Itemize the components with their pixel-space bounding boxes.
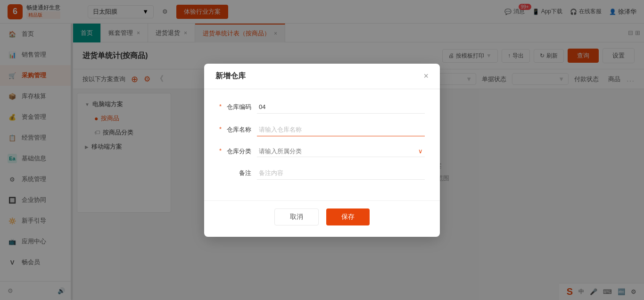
remark-label: 备注 (219, 169, 257, 177)
cancel-button[interactable]: 取消 (274, 208, 319, 225)
code-input[interactable] (257, 100, 425, 114)
category-label: 仓库分类 (219, 147, 257, 156)
remark-input[interactable] (257, 167, 425, 180)
name-input[interactable] (257, 123, 425, 136)
category-input[interactable] (259, 148, 418, 155)
category-select[interactable]: ∨ (257, 146, 425, 157)
form-row-code: 仓库编码 (219, 100, 425, 114)
code-label: 仓库编码 (219, 103, 257, 111)
save-button[interactable]: 保存 (326, 208, 370, 225)
modal-footer: 取消 保存 (204, 200, 440, 237)
modal-title: 新增仓库 (215, 71, 423, 81)
form-row-remark: 备注 (219, 167, 425, 180)
modal-add-warehouse: 新增仓库 × 仓库编码 仓库名称 仓库分类 ∨ (204, 64, 440, 237)
name-label: 仓库名称 (219, 125, 257, 134)
category-dropdown-icon: ∨ (418, 148, 423, 155)
form-row-category: 仓库分类 ∨ (219, 146, 425, 157)
modal-body: 仓库编码 仓库名称 仓库分类 ∨ 备注 (204, 89, 440, 200)
modal-close-button[interactable]: × (423, 71, 429, 81)
modal-header: 新增仓库 × (204, 64, 440, 89)
form-row-name: 仓库名称 (219, 123, 425, 136)
modal-overlay: 新增仓库 × 仓库编码 仓库名称 仓库分类 ∨ (0, 0, 644, 300)
